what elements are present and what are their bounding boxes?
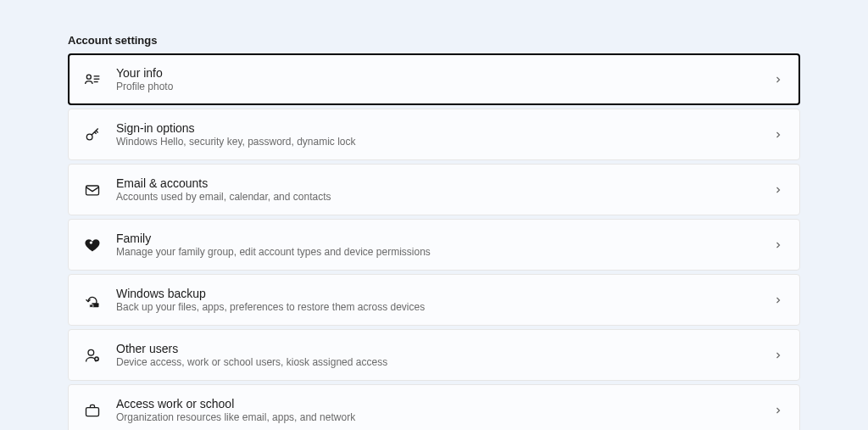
- key-icon: [84, 126, 101, 143]
- settings-item-access-work-school[interactable]: Access work or school Organization resou…: [68, 384, 800, 430]
- settings-item-family[interactable]: Family Manage your family group, edit ac…: [68, 219, 800, 271]
- svg-point-0: [86, 75, 91, 79]
- settings-item-your-info[interactable]: Your info Profile photo: [68, 53, 800, 105]
- item-desc: Back up your files, apps, preferences to…: [116, 301, 757, 313]
- item-text: Email & accounts Accounts used by email,…: [116, 176, 757, 203]
- item-text: Family Manage your family group, edit ac…: [116, 232, 757, 258]
- item-desc: Manage your family group, edit account t…: [116, 246, 757, 258]
- item-title: Sign-in options: [116, 121, 757, 135]
- person-card-icon: [84, 71, 101, 88]
- chevron-right-icon: [772, 294, 784, 306]
- chevron-right-icon: [772, 129, 784, 141]
- heart-icon: [84, 237, 101, 254]
- item-title: Other users: [116, 342, 757, 355]
- svg-rect-12: [86, 407, 99, 416]
- item-title: Family: [116, 232, 757, 245]
- item-desc: Windows Hello, security key, password, d…: [116, 136, 757, 148]
- settings-item-sign-in-options[interactable]: Sign-in options Windows Hello, security …: [68, 109, 800, 160]
- svg-rect-7: [90, 304, 93, 307]
- item-text: Other users Device access, work or schoo…: [116, 342, 757, 368]
- settings-item-windows-backup[interactable]: Windows backup Back up your files, apps,…: [68, 274, 800, 326]
- users-icon: [84, 347, 101, 364]
- mail-icon: [84, 181, 101, 198]
- svg-point-4: [86, 134, 92, 140]
- briefcase-icon: [84, 402, 101, 419]
- item-title: Email & accounts: [116, 176, 757, 190]
- item-desc: Organization resources like email, apps,…: [116, 411, 757, 423]
- section-title: Account settings: [68, 34, 800, 47]
- svg-point-8: [88, 349, 94, 355]
- item-title: Access work or school: [116, 397, 757, 410]
- chevron-right-icon: [772, 239, 784, 251]
- item-desc: Accounts used by email, calendar, and co…: [116, 191, 757, 203]
- item-text: Windows backup Back up your files, apps,…: [116, 287, 757, 313]
- settings-item-other-users[interactable]: Other users Device access, work or schoo…: [68, 329, 800, 381]
- item-desc: Device access, work or school users, kio…: [116, 356, 757, 368]
- item-title: Your info: [116, 66, 757, 80]
- settings-list: Your info Profile photo Sign-in options …: [68, 53, 800, 430]
- item-desc: Profile photo: [116, 81, 757, 92]
- chevron-right-icon: [772, 405, 784, 416]
- item-text: Sign-in options Windows Hello, security …: [116, 121, 757, 148]
- item-title: Windows backup: [116, 287, 757, 300]
- item-text: Access work or school Organization resou…: [116, 397, 757, 423]
- backup-icon: [84, 292, 101, 309]
- settings-item-email-accounts[interactable]: Email & accounts Accounts used by email,…: [68, 164, 800, 215]
- item-text: Your info Profile photo: [116, 66, 757, 92]
- chevron-right-icon: [772, 184, 784, 196]
- chevron-right-icon: [772, 349, 784, 361]
- chevron-right-icon: [772, 74, 784, 86]
- svg-rect-5: [86, 186, 99, 195]
